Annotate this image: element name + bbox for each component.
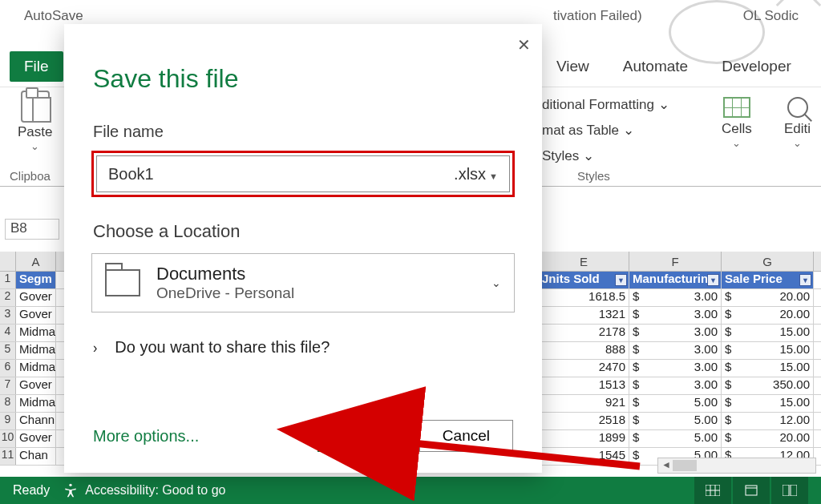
editing-group[interactable]: Editi ⌄ xyxy=(784,97,811,149)
cell[interactable]: $3.00 xyxy=(629,307,722,324)
filename-highlight: .xlsx▼ xyxy=(91,151,515,197)
filter-icon[interactable]: ▼ xyxy=(615,274,627,286)
normal-view-icon[interactable] xyxy=(694,477,731,504)
row-number[interactable]: 9 xyxy=(0,413,16,429)
column-header[interactable] xyxy=(0,252,16,271)
cell[interactable]: 2518 xyxy=(539,413,629,429)
cell[interactable]: $350.00 xyxy=(722,377,814,394)
cell-segment[interactable]: Midma xyxy=(16,325,56,341)
share-question-label: Do you want to share this file? xyxy=(115,338,330,357)
conditional-formatting-button[interactable]: ditional Formatting ⌄ xyxy=(542,92,669,118)
editing-dropdown-icon[interactable]: ⌄ xyxy=(784,137,811,149)
cell-segment[interactable]: Chan xyxy=(16,448,56,465)
cell-segment[interactable]: Gover xyxy=(16,289,56,306)
row-number[interactable]: 8 xyxy=(0,395,16,412)
cell[interactable]: $20.00 xyxy=(722,289,814,306)
cell[interactable]: $3.00 xyxy=(629,377,722,394)
filename-row: .xlsx▼ xyxy=(96,155,510,192)
tab-automate[interactable]: Automate xyxy=(612,58,699,75)
row-number[interactable]: 2 xyxy=(0,289,16,306)
filename-input[interactable] xyxy=(108,165,450,183)
accessibility-icon xyxy=(63,482,79,498)
cell[interactable]: $15.00 xyxy=(722,342,814,359)
filter-icon[interactable]: ▼ xyxy=(707,274,719,286)
cell-segment[interactable]: Segm xyxy=(16,272,56,288)
tab-view[interactable]: View xyxy=(545,58,601,75)
close-icon[interactable]: ✕ xyxy=(517,35,531,54)
accessibility-status[interactable]: Accessibility: Good to go xyxy=(85,483,225,498)
cell[interactable]: Jnits Sold▼ xyxy=(539,272,629,288)
tab-help[interactable]: Help xyxy=(814,58,821,75)
cell[interactable]: $15.00 xyxy=(722,325,814,341)
cell[interactable]: 2178 xyxy=(539,325,629,341)
row-number[interactable]: 10 xyxy=(0,430,16,447)
cell-segment[interactable]: Gover xyxy=(16,307,56,324)
row-number[interactable]: 7 xyxy=(0,377,16,394)
cell[interactable]: 1618.5 xyxy=(539,289,629,306)
cell[interactable]: 1321 xyxy=(539,307,629,324)
row-number[interactable]: 3 xyxy=(0,307,16,324)
page-break-view-icon[interactable] xyxy=(771,477,808,504)
cell-segment[interactable]: Midma xyxy=(16,360,56,377)
cell[interactable]: $3.00 xyxy=(629,325,722,341)
column-header[interactable]: E xyxy=(539,252,629,271)
column-header[interactable]: A xyxy=(16,252,56,271)
share-file-expander[interactable]: › Do you want to share this file? xyxy=(93,338,542,357)
cell[interactable]: $15.00 xyxy=(722,395,814,412)
horizontal-scrollbar[interactable] xyxy=(657,458,816,474)
cell[interactable]: 888 xyxy=(539,342,629,359)
name-box[interactable]: B8 xyxy=(5,219,59,240)
styles-group-caption: Styles xyxy=(577,169,610,183)
cells-dropdown-icon[interactable]: ⌄ xyxy=(722,137,752,149)
save-button[interactable]: Save xyxy=(317,420,410,452)
cells-group[interactable]: Cells ⌄ xyxy=(722,97,752,149)
cell[interactable]: $12.00 xyxy=(722,413,814,429)
cell-styles-button[interactable]: Styles ⌄ xyxy=(542,143,669,169)
cell[interactable]: Manufacturin▼ xyxy=(629,272,722,288)
svg-point-0 xyxy=(70,484,72,486)
page-layout-view-icon[interactable] xyxy=(733,477,770,504)
paste-group[interactable]: Paste ⌄ xyxy=(18,91,52,152)
chevron-down-icon: ▼ xyxy=(489,171,498,181)
row-number[interactable]: 1 xyxy=(0,272,16,288)
cell[interactable]: $3.00 xyxy=(629,360,722,377)
cell[interactable]: $5.00 xyxy=(629,430,722,447)
cell-segment[interactable]: Midma xyxy=(16,395,56,412)
cell[interactable]: $20.00 xyxy=(722,430,814,447)
cell[interactable]: $3.00 xyxy=(629,289,722,306)
cell[interactable]: 1545 xyxy=(539,448,629,465)
cell-segment[interactable]: Chann xyxy=(16,413,56,429)
tab-developer[interactable]: Developer xyxy=(710,58,803,75)
cell[interactable]: 2470 xyxy=(539,360,629,377)
row-number[interactable]: 11 xyxy=(0,448,16,465)
column-header[interactable]: F xyxy=(629,252,722,271)
cell-segment[interactable]: Gover xyxy=(16,430,56,447)
cells-icon xyxy=(723,97,750,118)
row-number[interactable]: 4 xyxy=(0,325,16,341)
dialog-title: Save this file xyxy=(93,64,542,94)
cell-segment[interactable]: Midma xyxy=(16,342,56,359)
more-options-link[interactable]: More options... xyxy=(93,427,199,446)
row-number[interactable]: 6 xyxy=(0,360,16,377)
filter-icon[interactable]: ▼ xyxy=(799,274,811,286)
location-picker[interactable]: Documents OneDrive - Personal ⌄ xyxy=(91,253,515,312)
cell[interactable]: $3.00 xyxy=(629,342,722,359)
cell[interactable]: $5.00 xyxy=(629,395,722,412)
clipboard-icon xyxy=(21,91,50,123)
chevron-down-icon: ⌄ xyxy=(491,276,501,289)
row-number[interactable]: 5 xyxy=(0,342,16,359)
cell[interactable]: 1513 xyxy=(539,377,629,394)
cell[interactable]: 1899 xyxy=(539,430,629,447)
cell[interactable]: Sale Price▼ xyxy=(722,272,814,288)
column-header[interactable]: G xyxy=(722,252,814,271)
cell[interactable]: $15.00 xyxy=(722,360,814,377)
file-extension-dropdown[interactable]: .xlsx▼ xyxy=(450,165,498,183)
format-as-table-button[interactable]: mat as Table ⌄ xyxy=(542,118,669,143)
file-tab[interactable]: File xyxy=(10,51,63,82)
paste-dropdown-icon[interactable]: ⌄ xyxy=(18,140,52,152)
cell[interactable]: 921 xyxy=(539,395,629,412)
cancel-button[interactable]: Cancel xyxy=(419,420,513,452)
cell[interactable]: $20.00 xyxy=(722,307,814,324)
cell[interactable]: $5.00 xyxy=(629,413,722,429)
cell-segment[interactable]: Gover xyxy=(16,377,56,394)
